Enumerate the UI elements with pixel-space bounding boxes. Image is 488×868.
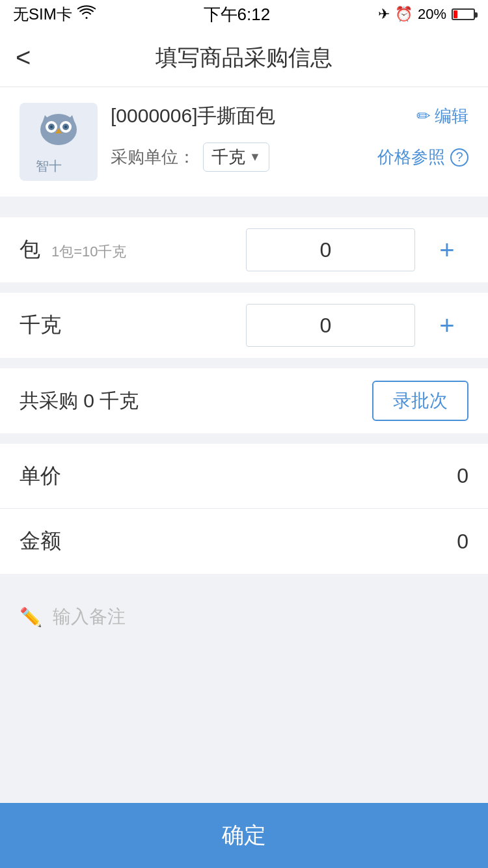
help-icon: ? xyxy=(450,148,468,167)
product-name: [0000006]手撕面包 xyxy=(111,103,275,129)
edit-icon: ✏ xyxy=(416,106,431,126)
product-logo xyxy=(36,109,81,155)
svg-point-5 xyxy=(50,126,53,128)
alarm-icon: ⏰ xyxy=(395,6,413,23)
kg-form-section: 千克 + xyxy=(0,293,488,358)
product-name-row: [0000006]手撕面包 ✏ 编辑 xyxy=(111,103,468,129)
purchase-unit-label: 采购单位： xyxy=(111,146,195,169)
purchase-unit-row: 采购单位： 千克 ▼ 价格参照 ? xyxy=(111,142,468,172)
price-ref-label: 价格参照 xyxy=(377,146,445,169)
bag-form-section: 包 1包=10千克 + xyxy=(0,217,488,282)
kg-plus-button[interactable]: + xyxy=(426,304,468,347)
divider-3 xyxy=(0,358,488,368)
summary-section: 共采购 0 千克 录批次 xyxy=(0,368,488,433)
bag-input-wrapper: + xyxy=(126,228,468,271)
bag-form-row: 包 1包=10千克 + xyxy=(0,217,488,282)
product-image: 智十 xyxy=(20,103,98,181)
wifi-icon xyxy=(77,5,96,23)
svg-point-6 xyxy=(64,126,67,128)
carrier-text: 无SIM卡 xyxy=(13,4,72,25)
bag-input[interactable] xyxy=(246,228,415,271)
amount-row: 金额 0 xyxy=(0,509,488,574)
divider-5 xyxy=(0,574,488,584)
kg-label: 千克 xyxy=(20,311,72,340)
product-info: [0000006]手撕面包 ✏ 编辑 采购单位： 千克 ▼ 价格参照 ? xyxy=(111,103,468,172)
price-section: 单价 0 金额 0 xyxy=(0,444,488,574)
divider-2 xyxy=(0,282,488,293)
bottom-spacer xyxy=(0,649,488,714)
battery-percent: 20% xyxy=(418,6,446,23)
unit-price-label: 单价 xyxy=(20,462,61,491)
confirm-label: 确定 xyxy=(222,821,266,850)
status-bar: 无SIM卡 下午6:12 ✈ ⏰ 20% xyxy=(0,0,488,29)
back-button[interactable]: < xyxy=(16,43,31,72)
location-icon: ✈ xyxy=(378,6,390,23)
divider-1 xyxy=(0,207,488,217)
product-logo-text: 智十 xyxy=(36,157,81,175)
bag-plus-button[interactable]: + xyxy=(426,228,468,271)
unit-price-row: 单价 0 xyxy=(0,444,488,509)
notes-section[interactable]: ✏️ 输入备注 xyxy=(0,584,488,649)
unit-select[interactable]: 千克 ▼ xyxy=(203,142,269,172)
page-title: 填写商品采购信息 xyxy=(156,43,332,73)
nav-bar: < 填写商品采购信息 xyxy=(0,29,488,87)
amount-label: 金额 xyxy=(20,527,61,556)
summary-text: 共采购 0 千克 xyxy=(20,388,139,414)
unit-price-value: 0 xyxy=(457,464,468,488)
confirm-button[interactable]: 确定 xyxy=(0,803,488,868)
bag-label: 包 1包=10千克 xyxy=(20,236,126,264)
edit-button[interactable]: ✏ 编辑 xyxy=(416,105,468,128)
summary-row: 共采购 0 千克 录批次 xyxy=(0,368,488,433)
kg-form-row: 千克 + xyxy=(0,293,488,358)
chevron-down-icon: ▼ xyxy=(249,150,261,164)
status-bar-time: 下午6:12 xyxy=(204,3,271,26)
status-bar-right: ✈ ⏰ 20% xyxy=(378,6,475,23)
unit-value: 千克 xyxy=(211,146,245,169)
bag-sub-label: 1包=10千克 xyxy=(51,243,127,260)
status-bar-left: 无SIM卡 xyxy=(13,4,96,25)
batch-button[interactable]: 录批次 xyxy=(372,381,468,421)
divider-4 xyxy=(0,433,488,444)
product-card: 智十 [0000006]手撕面包 ✏ 编辑 采购单位： 千克 ▼ 价格参照 ? xyxy=(0,87,488,197)
notes-placeholder: 输入备注 xyxy=(53,604,126,629)
kg-input-wrapper: + xyxy=(72,304,468,347)
kg-input[interactable] xyxy=(246,304,415,347)
price-ref-button[interactable]: 价格参照 ? xyxy=(377,146,468,169)
pencil-icon: ✏️ xyxy=(20,606,42,628)
amount-value: 0 xyxy=(457,530,468,554)
battery-icon xyxy=(452,8,475,20)
